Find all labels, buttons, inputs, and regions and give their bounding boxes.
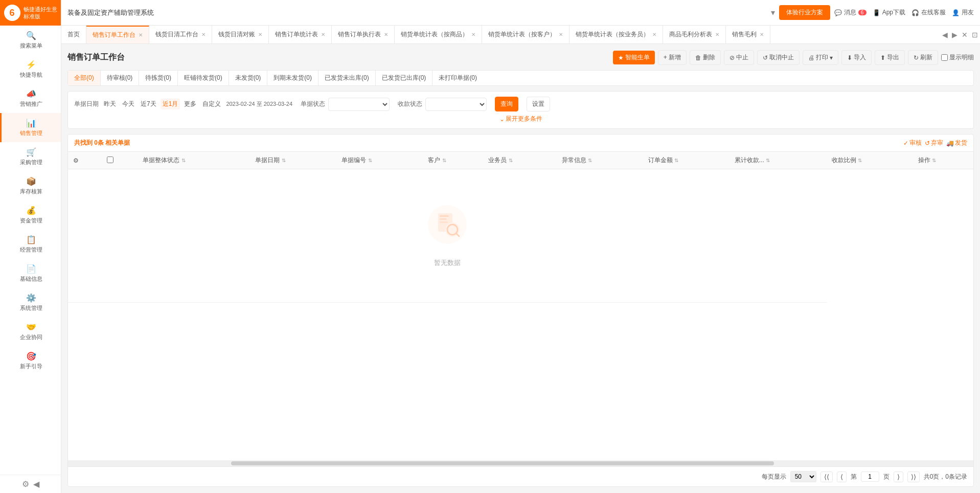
tab-item-9[interactable]: 商品毛利分析表✕ (663, 26, 726, 44)
status-select[interactable] (328, 98, 390, 111)
next-page-btn[interactable]: ⟩ (894, 472, 903, 482)
sort-icon-3[interactable]: ⇅ (442, 158, 446, 163)
sidebar-settings-btn[interactable]: ⚙ (22, 479, 29, 489)
date-btn-5[interactable]: 自定义 (200, 99, 223, 109)
sub-tab-0[interactable]: 全部(0) (68, 71, 101, 85)
tab-close-6[interactable]: ✕ (471, 32, 475, 37)
sidebar-item-2[interactable]: 📣营销推广 (0, 84, 61, 113)
tab-item-5[interactable]: 销售订单执行表✕ (332, 26, 395, 44)
export-btn[interactable]: ⬆ 导出 (875, 50, 905, 65)
sub-tab-1[interactable]: 待审核(0) (101, 71, 140, 85)
tab-item-1[interactable]: 销售订单工作台✕ (86, 26, 149, 44)
ai-generate-btn[interactable]: ★ 智能生单 (613, 51, 655, 64)
first-page-btn[interactable]: ⟨⟨ (821, 472, 833, 482)
tab-close-8[interactable]: ✕ (652, 32, 656, 37)
date-btn-4[interactable]: 更多 (182, 99, 198, 109)
sort-icon-5[interactable]: ⇅ (588, 158, 592, 163)
select-all-checkbox[interactable] (107, 156, 113, 163)
sidebar-item-7[interactable]: 📋经营管理 (0, 230, 61, 259)
table-scroll[interactable]: ⚙单据整体状态 ⇅单据日期 ⇅单据编号 ⇅客户 ⇅业务员 ⇅异常信息 ⇅订单金额… (68, 152, 973, 460)
sort-icon-7[interactable]: ⇅ (766, 158, 770, 163)
tab-item-10[interactable]: 销售毛利✕ (726, 26, 770, 44)
last-page-btn[interactable]: ⟩⟩ (907, 472, 920, 482)
sort-icon-4[interactable]: ⇅ (509, 158, 513, 163)
filter-settings-btn[interactable]: 设置 (527, 97, 550, 111)
sidebar-item-1[interactable]: ⚡快捷导航 (0, 55, 61, 84)
sidebar-item-6[interactable]: 💰资金管理 (0, 200, 61, 230)
cancel-stop-btn[interactable]: ↺ 取消中止 (757, 50, 800, 65)
tabs-prev-btn[interactable]: ◀ (940, 31, 950, 39)
ship-btn[interactable]: 🚚 发货 (946, 139, 967, 147)
topbar-settings-btn[interactable]: ▾ (771, 8, 775, 17)
industry-btn[interactable]: 体验行业方案 (779, 5, 830, 20)
tab-item-4[interactable]: 销售订单统计表✕ (269, 26, 332, 44)
tab-close-3[interactable]: ✕ (258, 32, 262, 37)
sidebar-item-5[interactable]: 📦库存核算 (0, 171, 61, 200)
tab-close-7[interactable]: ✕ (559, 32, 563, 37)
sub-tab-7[interactable]: 已发货已出库(0) (376, 71, 433, 85)
col-header-8: 收款比例 ⇅ (827, 152, 913, 169)
date-btn-2[interactable]: 近7天 (139, 99, 158, 109)
print-btn[interactable]: 🖨 打印 ▾ (803, 50, 838, 65)
stop-btn[interactable]: ⊘ 中止 (724, 50, 754, 65)
sub-tab-6[interactable]: 已发货未出库(0) (318, 71, 376, 85)
tab-item-7[interactable]: 销货单统计表（按客户）✕ (482, 26, 569, 44)
prev-page-btn[interactable]: ⟨ (837, 472, 847, 482)
date-btn-1[interactable]: 今天 (120, 99, 136, 109)
unapprove-btn[interactable]: ↺ 弃审 (925, 139, 943, 147)
tab-item-8[interactable]: 销货单统计表（按业务员）✕ (569, 26, 663, 44)
topbar-online-service[interactable]: 🎧 在线客服 (911, 8, 946, 17)
add-btn[interactable]: + 新增 (658, 50, 687, 65)
refresh-btn[interactable]: ↻ 刷新 (908, 50, 938, 65)
sidebar-item-0[interactable]: 🔍搜索菜单 (0, 26, 61, 55)
sidebar-item-11[interactable]: 🎯新手引导 (0, 346, 61, 375)
sort-icon-8[interactable]: ⇅ (858, 158, 862, 163)
sort-icon-2[interactable]: ⇅ (368, 158, 372, 163)
show-detail-input[interactable] (941, 54, 948, 61)
sort-icon-9[interactable]: ⇅ (932, 158, 936, 163)
topbar-app-download[interactable]: 📱 App下载 (873, 8, 905, 17)
tab-close-9[interactable]: ✕ (715, 32, 719, 37)
topbar-message[interactable]: 💬 消息 6 (834, 8, 867, 17)
tab-close-10[interactable]: ✕ (760, 32, 764, 37)
sub-tab-3[interactable]: 旺铺待发货(0) (178, 71, 229, 85)
tab-item-2[interactable]: 钱货日清工作台✕ (149, 26, 212, 44)
expand-filter-btn[interactable]: ⌄ 展开更多条件 (499, 115, 542, 123)
per-page-select[interactable]: 50 10 20 100 (790, 471, 816, 482)
tab-item-3[interactable]: 钱货日清对账✕ (212, 26, 269, 44)
tab-close-2[interactable]: ✕ (201, 32, 206, 37)
import-btn[interactable]: ⬇ 导入 (841, 50, 872, 65)
sub-tab-4[interactable]: 未发货(0) (229, 71, 268, 85)
sidebar-item-9[interactable]: ⚙️系统管理 (0, 288, 61, 317)
show-detail-checkbox[interactable]: 显示明细 (941, 53, 974, 62)
query-btn[interactable]: 查询 (495, 97, 518, 111)
date-btn-0[interactable]: 昨天 (102, 99, 118, 109)
payment-select[interactable] (425, 98, 487, 111)
tabs-close-btn[interactable]: ✕ (960, 31, 970, 39)
sidebar-item-10[interactable]: 🤝企业协同 (0, 317, 61, 346)
tabs-menu-btn[interactable]: ⊡ (970, 31, 980, 39)
sidebar-item-3[interactable]: 📊销售管理 (0, 113, 61, 142)
sidebar-item-4[interactable]: 🛒采购管理 (0, 142, 61, 171)
sort-icon-6[interactable]: ⇅ (674, 158, 678, 163)
sub-tab-8[interactable]: 未打印单据(0) (432, 71, 483, 85)
sidebar-collapse-btn[interactable]: ◀ (33, 479, 39, 489)
scrollbar-area[interactable] (68, 460, 973, 466)
sort-icon-0[interactable]: ⇅ (181, 158, 186, 163)
tabs-next-btn[interactable]: ▶ (950, 31, 960, 39)
header-settings-icon[interactable]: ⚙ (73, 157, 79, 164)
tab-item-0[interactable]: 首页 (61, 26, 86, 44)
sort-icon-1[interactable]: ⇅ (282, 158, 286, 163)
delete-btn[interactable]: 🗑 删除 (690, 50, 721, 65)
topbar-user[interactable]: 👤 用友 (952, 8, 974, 17)
sub-tab-2[interactable]: 待拣货(0) (139, 71, 178, 85)
tab-item-6[interactable]: 销货单统计表（按商品）✕ (395, 26, 482, 44)
tab-close-4[interactable]: ✕ (321, 32, 325, 37)
tab-close-1[interactable]: ✕ (139, 32, 143, 38)
sidebar-item-8[interactable]: 📄基础信息 (0, 259, 61, 288)
tab-close-5[interactable]: ✕ (384, 32, 388, 37)
date-btn-3[interactable]: 近1月 (161, 99, 180, 109)
sub-tab-5[interactable]: 到期未发货(0) (267, 71, 318, 85)
approve-btn[interactable]: ✓ 审核 (903, 139, 922, 147)
page-input[interactable] (861, 472, 879, 482)
